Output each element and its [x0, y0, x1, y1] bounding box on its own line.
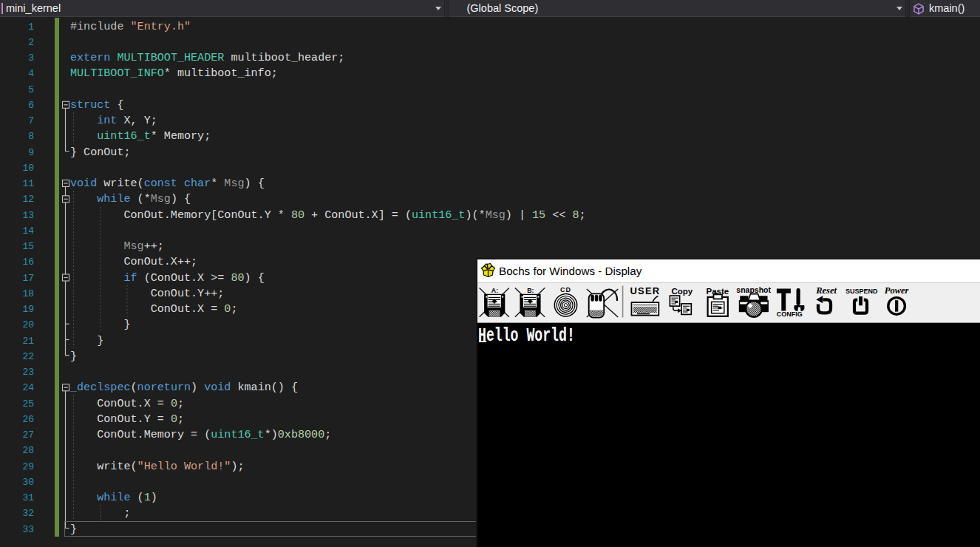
svg-text:A:: A:: [491, 287, 498, 294]
svg-text:SUSPEND: SUSPEND: [845, 288, 878, 295]
svg-text:Reset: Reset: [815, 285, 837, 296]
svg-text:USER: USER: [630, 285, 661, 296]
svg-text:CONFIG: CONFIG: [777, 310, 803, 318]
svg-text:Copy: Copy: [672, 287, 693, 296]
svg-text:Power: Power: [885, 285, 909, 296]
svg-text:snapshot: snapshot: [736, 285, 771, 294]
svg-text:B:: B:: [527, 287, 534, 294]
svg-text:CD: CD: [560, 286, 571, 293]
